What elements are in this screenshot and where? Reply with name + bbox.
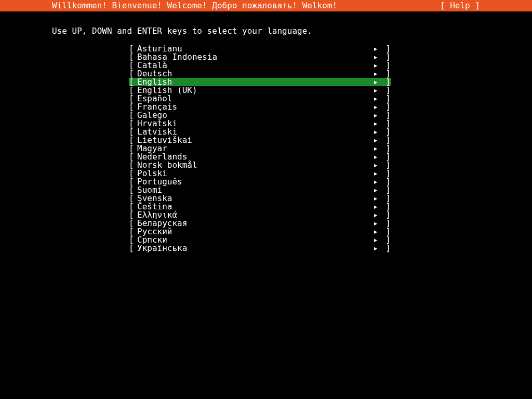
language-label: Français [137,103,370,111]
language-item[interactable]: [ Bahasa Indonesia▸ ] [129,53,391,61]
language-item[interactable]: [ Українська▸ ] [129,244,391,252]
help-button[interactable]: [ Help ] [440,0,532,11]
bracket-open: [ [129,244,137,252]
instructions-text: Use UP, DOWN and ENTER keys to select yo… [0,11,532,45]
language-label: Українська [137,244,370,252]
bracket-close: ] [378,244,391,252]
language-label: Svenska [137,194,370,203]
language-label: Bahasa Indonesia [137,53,370,61]
header-bar: Willkommen! Bienvenue! Welcome! Добро по… [0,0,532,11]
language-item[interactable]: [ Русский▸ ] [129,228,391,236]
language-label: Suomi [137,186,370,194]
language-item[interactable]: [ Português▸ ] [129,178,391,186]
language-item[interactable]: [ Lietuviškai▸ ] [129,136,391,144]
language-label: Deutsch [137,70,370,78]
language-label: Català [137,61,370,70]
language-item[interactable]: [ Norsk bokmål▸ ] [129,161,391,169]
chevron-right-icon: ▸ [370,244,378,252]
language-item[interactable]: [ Français▸ ] [129,103,391,111]
language-list[interactable]: [ Asturianu▸ ][ Bahasa Indonesia▸ ][ Cat… [129,45,391,252]
language-label: Português [137,178,370,186]
header-title: Willkommen! Bienvenue! Welcome! Добро по… [0,0,337,11]
language-label: Lietuviškai [137,136,370,144]
language-label: English (UK) [137,86,370,95]
language-label: Беларуская [137,219,370,228]
language-label: Русский [137,228,370,236]
language-label: Norsk bokmål [137,161,370,169]
